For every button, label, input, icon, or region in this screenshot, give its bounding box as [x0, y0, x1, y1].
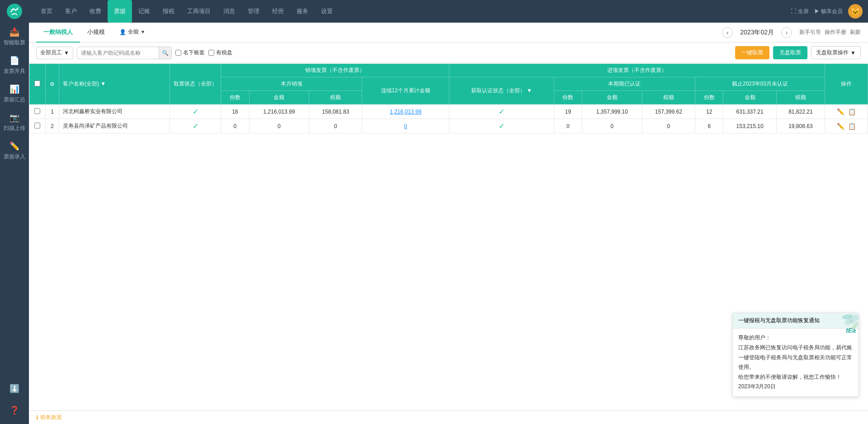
sidebar-download[interactable]: ⬇️: [5, 380, 24, 398]
row1-sales-tax: 158,081.83: [309, 105, 362, 119]
table-row: 1 河北柯鑫桥实业有限公司 ✓ 18 1,216,013.99 158,081.…: [29, 105, 868, 119]
account-checkbox-input[interactable]: [175, 50, 181, 56]
row2-fetch-status: ✓: [170, 119, 221, 133]
tax-policy-link[interactable]: 税务政策: [40, 414, 62, 421]
member-btn[interactable]: ▶ 畅享会员: [814, 8, 843, 15]
row1-edit-btn[interactable]: ✏️: [837, 108, 844, 115]
th-fetch-status: 取票状态（全部）: [170, 64, 221, 105]
nav-manage[interactable]: 管理: [241, 0, 266, 23]
sidebar-item-invoice-open[interactable]: 📄 发票开具: [0, 51, 29, 80]
one-click-fetch-btn[interactable]: 一键取票: [735, 46, 769, 59]
chevron-down-icon: ▼: [141, 29, 145, 34]
no-disk-fetch-btn[interactable]: 无盘取票: [773, 46, 807, 59]
bottom-bar: ℹ 税务政策: [29, 410, 868, 424]
select-all-checkbox[interactable]: [34, 81, 40, 86]
tax-disk-checkbox[interactable]: 有税盘: [208, 49, 232, 57]
row2-checkbox[interactable]: [29, 119, 46, 133]
row2-confirmed-amount: 0: [582, 119, 642, 133]
chevron-down-icon: ▼: [850, 50, 856, 56]
tab-general[interactable]: 一般纳税人: [36, 23, 80, 43]
search-input[interactable]: [77, 48, 159, 58]
nav-service[interactable]: 服务: [290, 0, 315, 23]
filter-icon[interactable]: ▼: [100, 81, 106, 87]
nav-accounting[interactable]: 记账: [132, 0, 156, 23]
search-button[interactable]: 🔍: [159, 47, 171, 59]
sidebar: 📥 智能取票 📄 发票开具 📊 票据汇总 📷 扫描上传 ✏️ 票据录入 ⬇️ ❓: [0, 0, 29, 424]
sidebar-item-data-entry[interactable]: ✏️ 票据录入: [0, 137, 29, 165]
logo: [0, 0, 29, 23]
manual-btn[interactable]: 操作手册: [825, 29, 846, 36]
tax-disk-checkbox-input[interactable]: [208, 50, 214, 56]
row2-num: 2: [46, 119, 59, 133]
tab-all[interactable]: 👤 全能 ▼: [112, 23, 152, 43]
chevron-down-icon: ▼: [64, 50, 69, 56]
row2-unconfirmed-count: 6: [695, 119, 723, 133]
table-row: 2 灵寿县尚泽矿产品有限公司 ✓ 0 0 0 0 ✓ 0 0 0 6 153,2…: [29, 119, 868, 133]
employee-filter[interactable]: 全部员工 ▼: [36, 47, 73, 59]
sidebar-item-invoice-summary[interactable]: 📊 票据汇总: [0, 80, 29, 108]
invoice-table: ⚙ 客户名称(全部) ▼ 取票状态（全部） 销项发票（不含作废票） 进项发票（不…: [29, 63, 868, 133]
nav-tax[interactable]: 报税: [156, 0, 181, 23]
prev-month-btn[interactable]: ‹: [722, 27, 733, 38]
th-settings: ⚙: [46, 64, 59, 105]
fullscreen-icon: ⛶: [791, 8, 796, 14]
tab-small[interactable]: 小规模: [80, 23, 112, 43]
popup-title: 一键报税与无盘取票功能恢复通知: [738, 317, 820, 324]
th-confirmed-tax: 税额: [642, 91, 695, 105]
row2-edit-btn[interactable]: ✏️: [837, 123, 844, 130]
nav-commerce[interactable]: 工商项目: [181, 0, 217, 23]
row2-sales-tax: 0: [309, 119, 362, 133]
nav-invoice[interactable]: 票据: [108, 0, 132, 23]
th-sales-count: 份数: [221, 91, 249, 105]
nav-client[interactable]: 客户: [59, 0, 83, 23]
th-confirmed-count: 份数: [554, 91, 582, 105]
row1-cumulative: 1,216,013.99: [362, 105, 449, 119]
filter-icon[interactable]: ▼: [527, 87, 532, 94]
row1-fetch-status: ✓: [170, 105, 221, 119]
row1-confirmed-amount: 1,357,999.10: [582, 105, 642, 119]
th-unconfirmed-amount: 金额: [723, 91, 776, 105]
row1-sales-amount: 1,216,013.99: [249, 105, 309, 119]
row2-sales-count: 0: [221, 119, 249, 133]
scan-icon: 📷: [9, 113, 19, 123]
nav-home[interactable]: 首页: [34, 0, 59, 23]
summary-icon: 📊: [9, 84, 19, 94]
top-navigation: 首页 客户 收费 票据 记账 报税 工商项目 消息 管理 经营 服务 设置 ⛶ …: [29, 0, 868, 23]
nav-billing[interactable]: 收费: [83, 0, 108, 23]
user-avatar[interactable]: 🐱: [848, 4, 863, 19]
row1-unconfirmed-tax: 81,822.21: [776, 105, 825, 119]
popup-close-btn[interactable]: ×: [849, 317, 853, 324]
settings-icon[interactable]: ⚙: [50, 81, 55, 87]
info-icon: ℹ: [36, 414, 38, 421]
row1-checkbox[interactable]: [29, 105, 46, 119]
popup-header: 一键报税与无盘取票功能恢复通知 ×: [733, 313, 859, 329]
row1-copy-btn[interactable]: 📋: [848, 108, 856, 115]
popup-content: 尊敬的用户： 江苏政务网已恢复访问电子税务局功能，易代账一键登陆电子税务局与无盘…: [738, 333, 853, 392]
sidebar-help[interactable]: ❓: [5, 401, 24, 419]
sidebar-item-smart-fetch[interactable]: 📥 智能取票: [0, 23, 29, 51]
th-sales-group: 销项发票（不含作废票）: [221, 64, 449, 77]
no-disk-more-btn[interactable]: 无盘取票操作 ▼: [811, 46, 861, 59]
th-unconfirmed-tax: 税额: [776, 91, 825, 105]
row1-num: 1: [46, 105, 59, 119]
account-checkbox[interactable]: 名下账套: [175, 49, 205, 57]
fullscreen-btn[interactable]: ⛶ 全屏: [791, 8, 808, 15]
th-unconfirmed: 截止2023年03月未认证: [695, 77, 825, 91]
row1-name: 河北柯鑫桥实业有限公司: [59, 105, 170, 119]
nav-operations[interactable]: 经营: [266, 0, 290, 23]
nav-message[interactable]: 消息: [217, 0, 241, 23]
row1-confirm-status: ✓: [449, 105, 554, 119]
row2-copy-btn[interactable]: 📋: [848, 123, 856, 130]
subtabs-bar: 一般纳税人 小规模 👤 全能 ▼ ‹ 2023年02月 › 新手引导 操作手册 …: [29, 23, 868, 43]
filter-label: 全部员工: [40, 49, 62, 57]
subtabs-actions: 新手引导 操作手册 刷新: [799, 29, 861, 36]
member-icon: ▶: [814, 8, 820, 14]
th-checkbox: [29, 64, 46, 105]
th-operation: 操作: [825, 64, 868, 105]
popup-body: 尊敬的用户： 江苏政务网已恢复访问电子税务局功能，易代账一键登陆电子税务局与无盘…: [733, 329, 859, 396]
next-month-btn[interactable]: ›: [781, 27, 792, 38]
new-guide-btn[interactable]: 新手引导: [799, 29, 821, 36]
refresh-btn[interactable]: 刷新: [850, 29, 861, 36]
sidebar-item-scan-upload[interactable]: 📷 扫描上传: [0, 108, 29, 137]
nav-settings[interactable]: 设置: [315, 0, 339, 23]
